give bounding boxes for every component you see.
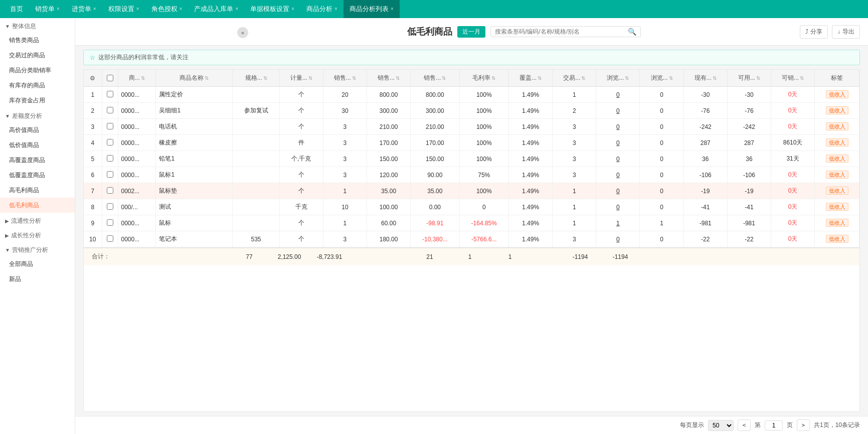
col-saleable[interactable]: 可销...⇅ (771, 70, 815, 87)
nav-item-role[interactable]: 角色授权 × (145, 0, 189, 18)
col-unit[interactable]: 计量...⇅ (279, 70, 323, 87)
sort-sales-amount-icon[interactable]: ⇅ (442, 75, 446, 81)
nav-item-analysis-list[interactable]: 商品分析列表 × (343, 0, 400, 18)
search-input[interactable] (495, 28, 628, 35)
col-stock[interactable]: 现有...⇅ (683, 70, 727, 87)
sort-sales-price-icon[interactable]: ⇅ (396, 75, 400, 81)
sidebar-group-marketing[interactable]: ▼ 营销推广分析 (0, 242, 75, 256)
sort-code-icon[interactable]: ⇅ (141, 75, 145, 81)
sort-saleable-icon[interactable]: ⇅ (800, 75, 804, 81)
col-spec[interactable]: 规格...⇅ (233, 70, 279, 87)
col-name[interactable]: 商品名称⇅ (156, 70, 233, 87)
close-analysis-icon[interactable]: × (334, 0, 337, 18)
sidebar-item-low-margin[interactable]: 低毛利商品 (0, 198, 75, 213)
date-filter-button[interactable]: 近一月 (457, 26, 485, 38)
col-sales-amount[interactable]: 销售...⇅ (411, 70, 459, 87)
cell-stock: -981 (683, 215, 727, 231)
sidebar-item-sales-goods[interactable]: 销售类商品 (0, 33, 75, 48)
nav-item-product[interactable]: 产成品入库单 × (188, 0, 244, 18)
sidebar-collapse-btn[interactable]: « (237, 27, 248, 38)
cell-view1[interactable]: 0 (596, 231, 640, 247)
cell-checkbox[interactable] (102, 103, 118, 119)
sort-trade-icon[interactable]: ⇅ (581, 75, 585, 81)
col-view2[interactable]: 浏览...⇅ (640, 70, 683, 87)
cell-checkbox[interactable] (102, 167, 118, 183)
cell-view1[interactable]: 0 (596, 151, 640, 167)
sidebar-item-high-margin[interactable]: 高毛利商品 (0, 183, 75, 198)
close-template-icon[interactable]: × (291, 0, 294, 18)
cell-view1[interactable]: 0 (596, 87, 640, 103)
sidebar-item-category-rate[interactable]: 商品分类助销率 (0, 63, 75, 78)
page-number-input[interactable] (765, 420, 783, 430)
sort-view1-icon[interactable]: ⇅ (625, 75, 629, 81)
cell-view1[interactable]: 0 (596, 135, 640, 151)
nav-item-analysis[interactable]: 商品分析 × (300, 0, 343, 18)
cell-view1[interactable]: 1 (596, 215, 640, 231)
next-page-button[interactable]: ＞ (797, 419, 810, 431)
close-role-icon[interactable]: × (180, 0, 183, 18)
close-purchase-icon[interactable]: × (93, 0, 96, 18)
cell-view1[interactable]: 0 (596, 119, 640, 135)
sort-spec-icon[interactable]: ⇅ (263, 75, 267, 81)
sort-view2-icon[interactable]: ⇅ (669, 75, 673, 81)
sidebar-item-all-goods[interactable]: 全部商品 (0, 256, 75, 271)
cell-checkbox[interactable] (102, 199, 118, 215)
cell-checkbox[interactable] (102, 119, 118, 135)
sidebar-item-capital[interactable]: 库存资金占用 (0, 93, 75, 108)
sort-name-icon[interactable]: ⇅ (205, 75, 209, 81)
nav-item-sales[interactable]: 销货单 × (29, 0, 66, 18)
col-code[interactable]: 商...⇅ (118, 70, 156, 87)
close-sales-icon[interactable]: × (57, 0, 60, 18)
col-coverage[interactable]: 覆盖...⇅ (508, 70, 552, 87)
nav-item-template[interactable]: 单据模板设置 × (244, 0, 300, 18)
sidebar-item-new-goods[interactable]: 新品 (0, 271, 75, 286)
sidebar-item-traded-goods[interactable]: 交易过的商品 (0, 48, 75, 63)
cell-view1[interactable]: 0 (596, 199, 640, 215)
sort-sales-qty-icon[interactable]: ⇅ (352, 75, 356, 81)
sidebar-group-diff[interactable]: ▼ 差额度分析 (0, 108, 75, 122)
page-size-select[interactable]: 50 100 200 (708, 420, 734, 431)
cell-checkbox[interactable] (102, 231, 118, 247)
cell-checkbox[interactable] (102, 135, 118, 151)
sidebar-group-flow[interactable]: ▶ 流通性分析 (0, 213, 75, 227)
close-analysis-list-icon[interactable]: × (391, 0, 394, 18)
sort-coverage-icon[interactable]: ⇅ (538, 75, 542, 81)
sort-unit-icon[interactable]: ⇅ (308, 75, 312, 81)
select-all-checkbox[interactable] (107, 75, 113, 81)
col-sales-qty[interactable]: 销售...⇅ (323, 70, 367, 87)
sort-available-icon[interactable]: ⇅ (756, 75, 760, 81)
col-trade[interactable]: 交易...⇅ (553, 70, 596, 87)
prev-page-button[interactable]: ＜ (738, 419, 751, 431)
data-table-container[interactable]: ⚙ 商...⇅ 商品名称⇅ 规格...⇅ (83, 69, 860, 412)
cell-view1[interactable]: 0 (596, 167, 640, 183)
settings-icon[interactable]: ⚙ (90, 75, 95, 82)
sidebar-item-in-stock[interactable]: 有库存的商品 (0, 78, 75, 93)
nav-item-home[interactable]: 首页 (4, 0, 29, 18)
close-product-icon[interactable]: × (235, 0, 238, 18)
cell-checkbox[interactable] (102, 183, 118, 199)
share-button[interactable]: ⤴ 分享 (800, 25, 828, 39)
cell-view1[interactable]: 0 (596, 183, 640, 199)
sidebar-item-high-value[interactable]: 高价值商品 (0, 122, 75, 137)
cell-checkbox[interactable] (102, 87, 118, 103)
sidebar-item-high-coverage[interactable]: 高覆盖度商品 (0, 153, 75, 168)
cell-view1[interactable]: 0 (596, 103, 640, 119)
col-tag[interactable]: 标签 (815, 70, 859, 87)
export-button[interactable]: ↓ 导出 (832, 25, 860, 39)
sidebar-item-low-coverage[interactable]: 低覆盖度商品 (0, 168, 75, 183)
col-available[interactable]: 可用...⇅ (727, 70, 771, 87)
col-view1[interactable]: 浏览...⇅ (596, 70, 640, 87)
sidebar-item-low-value[interactable]: 低价值商品 (0, 137, 75, 153)
sidebar-group-growth[interactable]: ▶ 成长性分析 (0, 227, 75, 242)
col-settings[interactable]: ⚙ (84, 70, 102, 87)
sort-stock-icon[interactable]: ⇅ (713, 75, 717, 81)
nav-item-permission[interactable]: 权限设置 × (102, 0, 145, 18)
cell-checkbox[interactable] (102, 151, 118, 167)
col-sales-price[interactable]: 销售...⇅ (367, 70, 410, 87)
col-gross-rate[interactable]: 毛利率⇅ (459, 70, 508, 87)
nav-item-purchase[interactable]: 进货单 × (66, 0, 102, 18)
sidebar-group-overall[interactable]: ▼ 整体信息 (0, 18, 75, 33)
cell-checkbox[interactable] (102, 215, 118, 231)
sort-gross-icon[interactable]: ⇅ (491, 75, 495, 81)
close-permission-icon[interactable]: × (136, 0, 139, 18)
